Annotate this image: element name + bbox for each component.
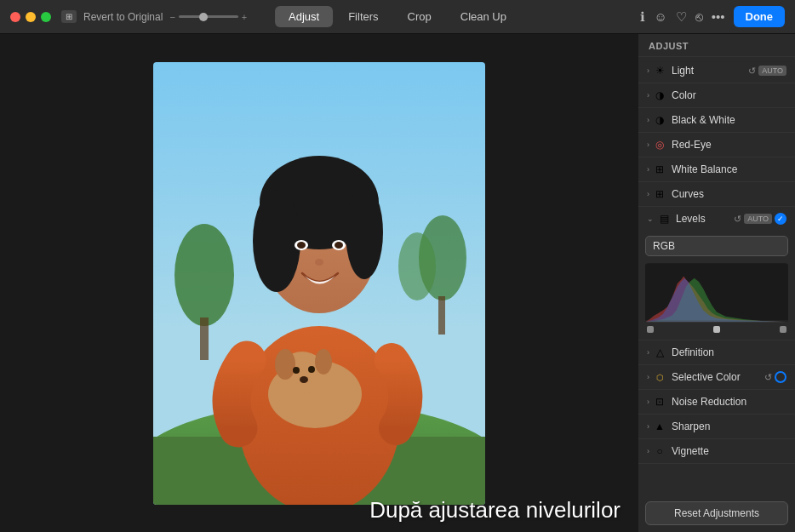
minimize-button[interactable] bbox=[26, 12, 36, 22]
auto-badge[interactable]: AUTO bbox=[758, 66, 786, 76]
nav-tabs: Adjust Filters Crop Clean Up bbox=[275, 6, 520, 27]
svg-point-24 bbox=[308, 366, 315, 373]
reset-levels-icon[interactable]: ↺ bbox=[734, 214, 741, 225]
reset-selective-icon[interactable]: ↺ bbox=[764, 372, 772, 383]
tab-adjust[interactable]: Adjust bbox=[275, 6, 333, 27]
levels-auto-badge[interactable]: AUTO bbox=[744, 214, 772, 224]
sharpen-label: Sharpen bbox=[672, 420, 786, 432]
info-button[interactable]: ℹ bbox=[640, 9, 645, 25]
levels-icon: ▤ bbox=[657, 212, 671, 226]
zoom-slider[interactable] bbox=[179, 15, 238, 18]
photo-container bbox=[153, 62, 485, 505]
svg-point-25 bbox=[300, 376, 308, 383]
svg-rect-4 bbox=[200, 317, 209, 360]
panel-header: ADJUST bbox=[638, 34, 795, 57]
svg-point-17 bbox=[335, 242, 343, 249]
titlebar-right: ℹ ☺ ♡ ⎋ ••• Done bbox=[640, 6, 785, 27]
levels-header[interactable]: ⌄ ▤ Levels ↺ AUTO ✓ bbox=[638, 207, 795, 231]
revert-button[interactable]: Revert to Original bbox=[83, 11, 163, 23]
selective-color-icon: ⬡ bbox=[653, 370, 666, 384]
photo-area: După ajustarea nivelurilor bbox=[0, 34, 638, 532]
levels-actions: ↺ AUTO ✓ bbox=[734, 213, 786, 225]
adjust-item-black-white[interactable]: › ◑ Black & White bbox=[638, 108, 795, 133]
adjust-item-noise-reduction[interactable]: › ⊡ Noise Reduction bbox=[638, 390, 795, 415]
svg-point-12 bbox=[253, 190, 300, 292]
titlebar: ⊞ Revert to Original − + Adjust Filters … bbox=[0, 0, 795, 34]
noise-reduction-icon: ⊡ bbox=[653, 395, 666, 409]
chevron-right-icon: › bbox=[647, 165, 649, 174]
red-eye-icon: ◎ bbox=[653, 138, 666, 152]
reset-icon[interactable]: ↺ bbox=[748, 66, 756, 77]
svg-point-21 bbox=[275, 349, 295, 380]
sharpen-icon: ▲ bbox=[653, 420, 666, 433]
histogram-sliders bbox=[645, 326, 788, 333]
selective-color-circle[interactable] bbox=[775, 371, 786, 383]
tab-cleanup[interactable]: Clean Up bbox=[447, 6, 520, 27]
hist-right-handle[interactable] bbox=[780, 326, 786, 333]
right-panel: ADJUST › ☀ Light ↺ AUTO › ◑ Color › bbox=[638, 34, 795, 532]
svg-point-3 bbox=[174, 224, 234, 326]
emoji-button[interactable]: ☺ bbox=[654, 9, 666, 24]
done-button[interactable]: Done bbox=[734, 6, 786, 27]
adjust-item-definition[interactable]: › △ Definition bbox=[638, 340, 795, 365]
adjust-item-sharpen[interactable]: › ▲ Sharpen bbox=[638, 415, 795, 439]
adjust-item-curves[interactable]: › ⊞ Curves bbox=[638, 182, 795, 207]
adjust-item-vignette[interactable]: › ○ Vignette bbox=[638, 439, 795, 464]
more-button[interactable]: ••• bbox=[712, 9, 725, 24]
layout-toggle[interactable]: ⊞ bbox=[61, 10, 77, 23]
photo-image bbox=[153, 62, 485, 505]
adjust-item-color[interactable]: › ◑ Color bbox=[638, 83, 795, 108]
adjust-item-white-balance[interactable]: › ⊞ White Balance bbox=[638, 157, 795, 182]
vignette-label: Vignette bbox=[672, 445, 786, 457]
main-content: După ajustarea nivelurilor ADJUST › ☀ Li… bbox=[0, 34, 795, 532]
histogram-svg bbox=[645, 263, 788, 323]
white-balance-icon: ⊞ bbox=[653, 163, 666, 176]
zoom-thumb[interactable] bbox=[199, 13, 208, 21]
curves-label: Curves bbox=[672, 188, 786, 200]
zoom-control: − + bbox=[169, 12, 247, 22]
definition-label: Definition bbox=[672, 346, 786, 358]
svg-point-7 bbox=[398, 232, 436, 300]
svg-point-13 bbox=[346, 186, 383, 279]
tab-crop[interactable]: Crop bbox=[394, 6, 445, 27]
chevron-right-icon: › bbox=[647, 422, 649, 431]
hist-mid-handle[interactable] bbox=[713, 326, 720, 333]
curves-icon: ⊞ bbox=[653, 187, 666, 201]
color-icon: ◑ bbox=[653, 89, 666, 102]
adjust-item-red-eye[interactable]: › ◎ Red-Eye bbox=[638, 133, 795, 157]
zoom-minus-icon: − bbox=[169, 12, 174, 22]
rgb-select[interactable]: RGB Red Green Blue Luminance bbox=[645, 236, 788, 256]
adjust-item-selective-color[interactable]: › ⬡ Selective Color ↺ bbox=[638, 365, 795, 390]
chevron-right-icon: › bbox=[647, 348, 649, 357]
heart-button[interactable]: ♡ bbox=[676, 9, 687, 25]
tab-filters[interactable]: Filters bbox=[335, 6, 392, 27]
levels-label: Levels bbox=[676, 213, 734, 225]
chevron-right-icon: › bbox=[647, 447, 649, 455]
hist-left-handle[interactable] bbox=[647, 326, 654, 333]
levels-check[interactable]: ✓ bbox=[775, 213, 786, 225]
red-eye-label: Red-Eye bbox=[672, 139, 786, 151]
selective-color-label: Selective Color bbox=[672, 371, 764, 383]
levels-section: ⌄ ▤ Levels ↺ AUTO ✓ RGB Red Green Blue bbox=[638, 207, 795, 340]
maximize-button[interactable] bbox=[41, 12, 51, 22]
color-label: Color bbox=[672, 89, 786, 101]
white-balance-label: White Balance bbox=[672, 163, 786, 175]
share-button[interactable]: ⎋ bbox=[695, 9, 703, 24]
reset-adjustments-button[interactable]: Reset Adjustments bbox=[645, 501, 788, 525]
light-actions: ↺ AUTO bbox=[748, 66, 786, 77]
adjust-item-light[interactable]: › ☀ Light ↺ AUTO bbox=[638, 59, 795, 83]
chevron-right-icon: › bbox=[647, 66, 649, 75]
svg-point-18 bbox=[315, 259, 323, 266]
black-white-icon: ◑ bbox=[653, 113, 666, 127]
zoom-plus-icon: + bbox=[242, 12, 247, 22]
close-button[interactable] bbox=[10, 12, 20, 22]
histogram bbox=[645, 263, 788, 323]
light-label: Light bbox=[672, 65, 748, 77]
chevron-down-icon: ⌄ bbox=[647, 215, 654, 223]
chevron-right-icon: › bbox=[647, 398, 649, 406]
chevron-right-icon: › bbox=[647, 373, 649, 381]
svg-rect-6 bbox=[438, 296, 445, 335]
light-icon: ☀ bbox=[653, 64, 666, 77]
photo-caption: După ajustarea nivelurilor bbox=[369, 497, 621, 523]
selective-color-actions: ↺ bbox=[764, 371, 786, 383]
